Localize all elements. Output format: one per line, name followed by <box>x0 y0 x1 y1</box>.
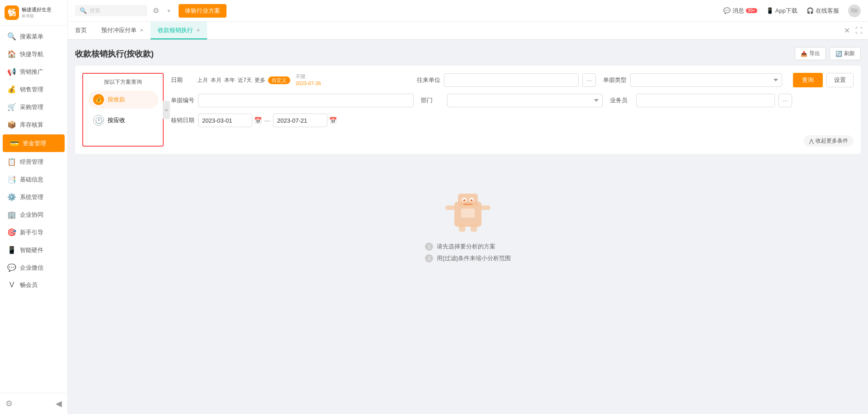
topbar: 🔍 搜索 ⚙ ▼ 体验行业方案 💬 消息 99+ 📱 App下载 🎧 在线客服 … <box>68 0 868 22</box>
sidebar-item-system[interactable]: ⚙️ 系统管理 <box>0 188 67 206</box>
query-panel: 按以下方案查询 💰 按收款 🕐 按应收 » <box>82 73 164 147</box>
dept-label: 部门 <box>421 96 443 105</box>
sidebar-nav: 🔍 搜索菜单 🏠 快捷导航 📢 营销推广 💰 销售管理 🛒 采购管理 📦 库存核… <box>0 26 67 393</box>
message-badge: 99+ <box>746 8 757 13</box>
app-download-button[interactable]: 📱 App下载 <box>766 7 797 15</box>
user-avatar[interactable]: Rit <box>848 5 861 17</box>
start-calendar-icon[interactable]: 📅 <box>254 117 262 124</box>
sidebar-item-hardware[interactable]: 📱 智能硬件 <box>0 241 67 259</box>
refresh-button[interactable]: 🔄 刷新 <box>830 47 861 60</box>
end-calendar-icon[interactable]: 📅 <box>329 117 337 124</box>
verification-date-range: 📅 — 📅 <box>198 114 337 127</box>
doc-no-input[interactable] <box>198 94 414 107</box>
sidebar-item-inventory[interactable]: 📦 库存核算 <box>0 116 67 133</box>
message-button[interactable]: 💬 消息 99+ <box>723 7 757 15</box>
svg-rect-8 <box>481 205 491 210</box>
topbar-right: 💬 消息 99+ 📱 App下载 🎧 在线客服 Rit <box>723 5 861 17</box>
sidebar-item-label: 快捷导航 <box>20 50 43 58</box>
receivable-option-icon: 🕐 <box>93 115 104 126</box>
sidebar-item-purchase[interactable]: 🛒 采购管理 <box>0 98 67 116</box>
chevron-up-icon: ⋀ <box>809 138 814 144</box>
collapse-more-area: ⋀ 收起更多条件 <box>171 135 854 147</box>
sidebar-item-quick-nav[interactable]: 🏠 快捷导航 <box>0 45 67 63</box>
verification-date-field: 核销日期 📅 — 📅 <box>171 114 854 127</box>
sidebar-item-wechat[interactable]: 💬 企业微信 <box>0 259 67 276</box>
tab-receipt-offset[interactable]: 收款核销执行 × <box>151 22 207 39</box>
this-month-link[interactable]: 本月 <box>211 76 222 84</box>
topbar-search-box[interactable]: 🔍 搜索 <box>75 5 147 16</box>
doc-type-select[interactable] <box>630 73 782 87</box>
close-tab-icon[interactable]: ✕ <box>842 24 852 37</box>
tab-prepay-close-icon[interactable]: × <box>140 27 143 33</box>
collapse-sidebar-icon[interactable]: ◀ <box>54 397 64 410</box>
hardware-icon: 📱 <box>7 246 16 254</box>
main-area: 🔍 搜索 ⚙ ▼ 体验行业方案 💬 消息 99+ 📱 App下载 🎧 在线客服 … <box>68 0 868 414</box>
filter-row-3: 核销日期 📅 — 📅 <box>171 114 854 127</box>
export-button[interactable]: 📤 导出 <box>795 47 826 60</box>
tab-home[interactable]: 首页 <box>68 22 94 39</box>
last-7-days-link[interactable]: 近7天 <box>238 76 252 84</box>
query-option-by-receipt[interactable]: 💰 按收款 <box>88 90 158 109</box>
sidebar-item-marketing[interactable]: 📢 营销推广 <box>0 63 67 81</box>
sidebar-item-label: 基础信息 <box>20 176 43 184</box>
tab-prepay-offset[interactable]: 预付冲应付单 × <box>94 22 151 39</box>
logo-text: 畅捷通好生意 <box>22 6 52 13</box>
collapse-more-button[interactable]: ⋀ 收起更多条件 <box>804 135 854 147</box>
sidebar-item-funds[interactable]: 💳 资金管理 <box>3 134 65 152</box>
app-icon: 📱 <box>766 7 774 14</box>
sidebar-item-member[interactable]: V 畅会员 <box>0 276 67 294</box>
sidebar-item-enterprise[interactable]: 🏢 企业协同 <box>0 206 67 224</box>
sidebar-item-label: 新手引导 <box>20 228 43 237</box>
industry-solution-button[interactable]: 体验行业方案 <box>179 4 226 18</box>
panel-collapse-button[interactable]: » <box>163 101 170 119</box>
query-button[interactable]: 查询 <box>793 73 823 87</box>
partner-input[interactable] <box>444 73 579 87</box>
tab-prepay-label: 预付冲应付单 <box>101 26 137 34</box>
export-icon: 📤 <box>801 51 807 57</box>
page-title: 收款核销执行(按收款) <box>75 48 154 59</box>
step-1-num: 1 <box>425 243 433 251</box>
logo-badge: 标准版 <box>22 13 52 19</box>
expand-tab-icon[interactable]: ⛶ <box>854 25 864 37</box>
this-year-link[interactable]: 本年 <box>224 76 235 84</box>
tab-receipt-close-icon[interactable]: × <box>197 27 200 33</box>
salesperson-ellipsis-button[interactable]: ··· <box>778 94 792 107</box>
verification-end-input[interactable] <box>273 114 327 127</box>
sidebar-item-sales[interactable]: 💰 销售管理 <box>0 81 67 98</box>
sidebar-item-label: 销售管理 <box>20 86 43 94</box>
online-service-button[interactable]: 🎧 在线客服 <box>807 7 839 15</box>
svg-rect-7 <box>445 205 455 210</box>
page-actions: 📤 导出 🔄 刷新 <box>795 47 861 60</box>
last-month-link[interactable]: 上月 <box>197 76 208 84</box>
refresh-label: 刷新 <box>844 50 855 57</box>
topbar-gear-icon[interactable]: ⚙ <box>153 6 159 15</box>
sidebar-item-label: 搜索菜单 <box>20 33 43 41</box>
sidebar-item-label: 企业微信 <box>20 264 43 272</box>
svg-rect-6 <box>463 204 472 205</box>
sidebar-item-label: 智能硬件 <box>20 246 43 254</box>
settings-bottom-icon[interactable]: ⚙ <box>4 397 14 410</box>
custom-date-tag[interactable]: 自定义 <box>268 76 290 84</box>
query-option-by-receivable[interactable]: 🕐 按应收 <box>88 111 158 129</box>
date-shortcut-links: 上月 本月 本年 近7天 更多 自定义 <box>197 76 290 84</box>
dept-field: 部门 <box>421 94 603 107</box>
partner-ellipsis-button[interactable]: ··· <box>582 73 596 87</box>
search-menu-icon: 🔍 <box>7 32 16 41</box>
sidebar-item-search-menu[interactable]: 🔍 搜索菜单 <box>0 28 67 45</box>
verification-start-input[interactable] <box>198 114 252 127</box>
more-date-link[interactable]: 更多 <box>255 76 265 84</box>
user-name: Rit <box>851 8 858 14</box>
empty-steps: 1 请先选择要分析的方案 2 用[过滤]条件来缩小分析范围 <box>425 241 510 264</box>
verification-end-wrap: 📅 <box>273 114 337 127</box>
sidebar-item-basic-info[interactable]: 📑 基础信息 <box>0 171 67 188</box>
salesperson-input[interactable] <box>636 94 775 107</box>
dept-select[interactable] <box>447 94 603 107</box>
sidebar-item-business[interactable]: 📋 经营管理 <box>0 153 67 171</box>
empty-step-1: 1 请先选择要分析的方案 <box>425 241 510 252</box>
filter-settings-button[interactable]: 设置 <box>826 73 854 87</box>
partner-field: 往来单位 ··· <box>417 73 596 87</box>
sidebar-item-guide[interactable]: 🎯 新手引导 <box>0 224 67 241</box>
query-panel-title: 按以下方案查询 <box>88 78 158 86</box>
topbar-search-placeholder: 搜索 <box>90 7 100 14</box>
inventory-icon: 📦 <box>7 120 16 129</box>
